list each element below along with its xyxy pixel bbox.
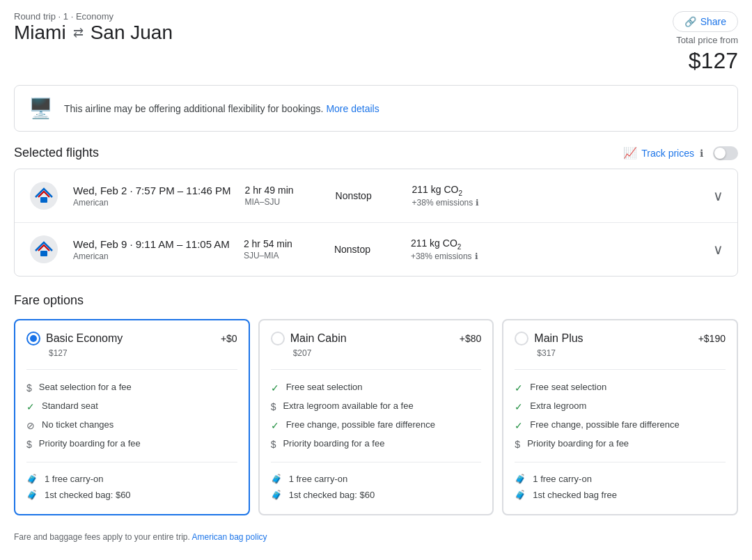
destination-city: San Juan [91, 22, 173, 44]
fare-card-basic-economy-header: Basic Economy +$0 [26, 332, 237, 345]
flight-emissions: 211 kg CO2 +38% emissions ℹ [412, 184, 699, 208]
dollar-icon: $ [26, 382, 32, 394]
trip-meta-text: Round trip · 1 · Economy [14, 11, 113, 22]
fare-feature: $ Priority boarding for a fee [26, 435, 237, 453]
flight-separator: · [130, 185, 135, 196]
flexibility-description: This airline may be offering additional … [64, 103, 324, 114]
flight-route-2: SJU–MIA [244, 251, 320, 260]
check-icon: ✓ [26, 401, 35, 412]
flight-separator-2: · [130, 238, 135, 250]
check-icon: ✓ [515, 420, 523, 431]
dollar-icon: $ [271, 439, 276, 450]
flight-times-2: Wed, Feb 9 · 9:11 AM – 11:05 AM American [73, 238, 230, 261]
fare-feature: ✓ Free seat selection [515, 378, 726, 397]
fare-feature: $ Priority boarding for a fee [515, 435, 726, 453]
flight-duration-2: 2 hr 54 min SJU–MIA [244, 238, 320, 260]
flight-row: Wed, Feb 9 · 9:11 AM – 11:05 AM American… [15, 223, 737, 276]
checked-bag-icon: 🧳 [271, 490, 282, 500]
baggage-item: 🧳 1 free carry-on [271, 471, 482, 487]
feature-text: Priority boarding for a fee [527, 438, 629, 449]
emissions-value-2: 211 kg CO2 [411, 238, 699, 251]
emissions-info-icon[interactable]: ℹ [476, 198, 479, 208]
svg-rect-1 [40, 197, 47, 203]
fare-radio-basic-economy[interactable] [26, 332, 40, 345]
flight-stops: Nonstop [336, 190, 398, 201]
dollar-icon: $ [515, 439, 520, 450]
emissions-info-icon-2[interactable]: ℹ [475, 251, 478, 261]
fare-base-price-main-plus: $317 [537, 348, 726, 358]
fare-options-title: Fare options [14, 293, 738, 308]
fare-card-basic-economy-title: Basic Economy [26, 332, 123, 345]
flight-hours: 7:57 PM – 11:46 PM [136, 185, 231, 196]
fare-radio-main-cabin[interactable] [271, 332, 285, 345]
fare-card-main-cabin-title: Main Cabin [271, 332, 347, 345]
feature-text: Free seat selection [286, 382, 363, 392]
fare-card-main-plus[interactable]: Main Plus +$190 $317 ✓ Free seat selecti… [502, 319, 738, 515]
track-prices-info-icon[interactable]: ℹ [700, 148, 703, 159]
feature-text: No ticket changes [42, 419, 113, 430]
track-prices-toggle[interactable] [713, 146, 738, 160]
feature-text: Standard seat [42, 400, 98, 411]
fare-card-basic-economy[interactable]: Basic Economy +$0 $127 $ Seat selection … [14, 319, 250, 515]
emissions-note-2: +38% emissions ℹ [411, 251, 699, 261]
selected-flights-title: Selected flights [14, 146, 99, 160]
flexibility-banner: 🖥️ This airline may be offering addition… [14, 85, 738, 132]
footer-text: Fare and baggage fees apply to your enti… [14, 532, 190, 542]
selected-flights-header: Selected flights 📈 Track prices ℹ [14, 146, 738, 160]
fare-price-diff-basic-economy: +$0 [221, 333, 237, 344]
fare-card-main-plus-header: Main Plus +$190 [515, 332, 726, 345]
flight-row: Wed, Feb 2 · 7:57 PM – 11:46 PM American… [15, 169, 737, 223]
baggage-section-main-cabin: 🧳 1 free carry-on 🧳 1st checked bag: $60 [271, 462, 482, 503]
trip-title: Miami ⇄ San Juan [14, 22, 173, 44]
airline-logo [29, 180, 59, 211]
share-button[interactable]: 🔗 Share [673, 11, 738, 32]
check-icon: ✓ [271, 420, 279, 431]
fare-card-main-cabin[interactable]: Main Cabin +$80 $207 ✓ Free seat selecti… [258, 319, 494, 515]
fare-features-main-cabin: ✓ Free seat selection $ Extra legroom av… [271, 369, 482, 453]
feature-text: Extra legroom available for a fee [283, 400, 413, 411]
check-icon: ✓ [271, 382, 279, 394]
american-airlines-logo [30, 182, 58, 210]
emissions-note: +38% emissions ℹ [412, 198, 699, 208]
baggage-item: 🧳 1 free carry-on [26, 471, 237, 487]
checked-bag-icon: 🧳 [26, 490, 38, 500]
fare-radio-main-plus[interactable] [515, 332, 528, 345]
track-prices-icon: 📈 [623, 146, 637, 160]
total-price-label: Total price from [676, 35, 738, 45]
fare-features-main-plus: ✓ Free seat selection ✓ Extra legroom ✓ … [515, 369, 726, 453]
feature-text: Priority boarding for a fee [39, 438, 141, 449]
fare-card-main-cabin-header: Main Cabin +$80 [271, 332, 482, 345]
bag-policy-link[interactable]: American bag policy [192, 532, 267, 542]
origin-city: Miami [14, 22, 66, 44]
feature-text: Free change, possible fare difference [286, 419, 435, 430]
svg-rect-3 [40, 251, 47, 256]
feature-text: Extra legroom [530, 400, 586, 411]
flight-route: MIA–SJU [245, 197, 322, 207]
more-details-link[interactable]: More details [326, 103, 379, 114]
checked-bag-icon: 🧳 [515, 490, 526, 500]
check-icon: ✓ [515, 382, 523, 394]
fare-cards-container: Basic Economy +$0 $127 $ Seat selection … [14, 319, 738, 515]
fare-name-main-plus: Main Plus [534, 332, 583, 345]
svg-point-0 [30, 182, 58, 210]
carryon-icon: 🧳 [515, 474, 526, 484]
feature-text: Priority boarding for a fee [283, 438, 384, 449]
flexibility-icon: 🖥️ [29, 97, 53, 120]
flight-time-range: Wed, Feb 2 · 7:57 PM – 11:46 PM [73, 185, 231, 196]
swap-icon: ⇄ [73, 25, 84, 40]
track-prices-container: 📈 Track prices ℹ [623, 146, 738, 160]
emissions-value: 211 kg CO2 [412, 184, 699, 197]
fare-feature: $ Extra legroom available for a fee [271, 397, 482, 416]
track-prices-label[interactable]: Track prices [641, 148, 694, 159]
airline-name: American [73, 198, 231, 208]
fare-feature: $ Seat selection for a fee [26, 378, 237, 397]
fare-base-price-main-cabin: $207 [293, 348, 482, 358]
flight-expand-chevron-2[interactable]: ∨ [713, 241, 723, 258]
fare-feature: ✓ Standard seat [26, 397, 237, 416]
duration-time: 2 hr 49 min [245, 185, 322, 196]
check-icon: ✓ [515, 401, 523, 412]
footer: Fare and baggage fees apply to your enti… [14, 527, 738, 542]
carryon-text: 1 free carry-on [533, 474, 592, 484]
flight-expand-chevron[interactable]: ∨ [713, 187, 723, 204]
fare-name-main-cabin: Main Cabin [290, 332, 347, 345]
